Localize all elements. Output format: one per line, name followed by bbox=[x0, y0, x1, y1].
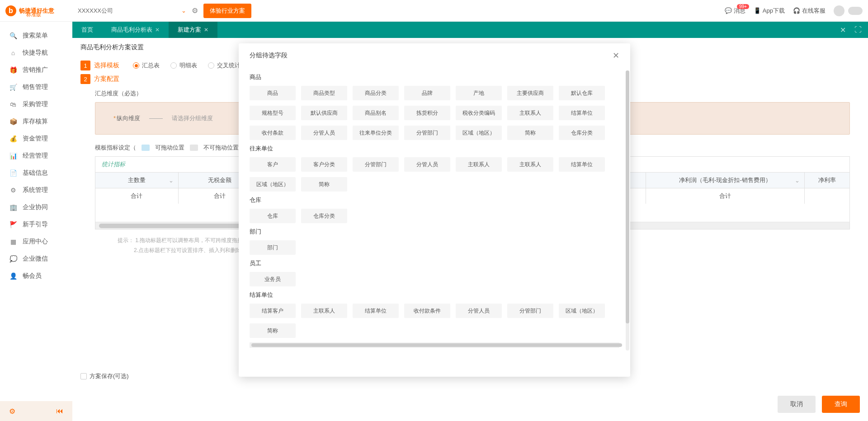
field-section: 员工业务员 bbox=[250, 259, 619, 286]
close-icon[interactable]: ✕ bbox=[613, 51, 619, 61]
field-section: 商品商品商品类型商品分类品牌产地主要供应商默认仓库规格型号默认供应商商品别名拣货… bbox=[250, 73, 619, 140]
field-chip[interactable]: 仓库 bbox=[250, 209, 296, 223]
field-chip[interactable]: 简称 bbox=[301, 177, 347, 192]
field-chip[interactable]: 客户分类 bbox=[301, 157, 347, 172]
chip-row: 仓库仓库分类 bbox=[250, 209, 619, 223]
horizontal-scrollbar[interactable] bbox=[250, 342, 619, 348]
field-chip[interactable]: 区域（地区） bbox=[456, 126, 502, 140]
field-chip[interactable]: 默认仓库 bbox=[559, 86, 605, 100]
field-chip[interactable]: 商品 bbox=[250, 86, 296, 100]
field-chip[interactable]: 往来单位分类 bbox=[353, 126, 399, 140]
field-section: 结算单位结算客户主联系人结算单位收付款条件分管人员分管部门区域（地区）简称 bbox=[250, 291, 619, 338]
field-chip[interactable]: 品牌 bbox=[404, 86, 450, 100]
field-chip[interactable]: 主联系人 bbox=[301, 304, 347, 318]
field-chip[interactable]: 主联系人 bbox=[507, 106, 553, 120]
field-chip[interactable]: 简称 bbox=[507, 126, 553, 140]
field-section: 往来单位客户客户分类分管部门分管人员主联系人主联系人结算单位区域（地区）简称 bbox=[250, 145, 619, 192]
section-title: 部门 bbox=[250, 228, 619, 236]
scrollbar-thumb[interactable] bbox=[626, 70, 629, 323]
field-chip[interactable]: 收付条款 bbox=[250, 126, 296, 140]
modal-header: 分组待选字段 ✕ bbox=[239, 43, 630, 68]
field-chip[interactable]: 产地 bbox=[456, 86, 502, 100]
field-chip[interactable]: 商品分类 bbox=[353, 86, 399, 100]
field-chip[interactable]: 业务员 bbox=[250, 272, 296, 286]
chip-row: 业务员 bbox=[250, 272, 619, 286]
field-section: 仓库仓库仓库分类 bbox=[250, 196, 619, 223]
section-title: 结算单位 bbox=[250, 291, 619, 299]
field-selector-modal: 分组待选字段 ✕ 商品商品商品类型商品分类品牌产地主要供应商默认仓库规格型号默认… bbox=[239, 43, 630, 377]
field-chip[interactable]: 默认供应商 bbox=[301, 106, 347, 120]
field-chip[interactable]: 主联系人 bbox=[456, 157, 502, 172]
field-chip[interactable]: 区域（地区） bbox=[559, 304, 605, 318]
field-chip[interactable]: 分管人员 bbox=[301, 126, 347, 140]
field-chip[interactable]: 仓库分类 bbox=[301, 209, 347, 223]
field-chip[interactable]: 结算单位 bbox=[353, 304, 399, 318]
field-section: 部门部门 bbox=[250, 228, 619, 255]
field-chip[interactable]: 仓库分类 bbox=[559, 126, 605, 140]
field-chip[interactable]: 客户 bbox=[250, 157, 296, 172]
field-chip[interactable]: 商品别名 bbox=[353, 106, 399, 120]
field-chip[interactable]: 结算单位 bbox=[559, 106, 605, 120]
field-chip[interactable]: 规格型号 bbox=[250, 106, 296, 120]
section-title: 仓库 bbox=[250, 196, 619, 204]
field-chip[interactable]: 分管部门 bbox=[353, 157, 399, 172]
field-chip[interactable]: 结算单位 bbox=[559, 157, 605, 172]
chip-row: 部门 bbox=[250, 240, 619, 255]
chip-row: 客户客户分类分管部门分管人员主联系人主联系人结算单位区域（地区）简称 bbox=[250, 157, 619, 192]
vertical-scrollbar[interactable] bbox=[626, 70, 629, 351]
field-chip[interactable]: 区域（地区） bbox=[250, 177, 296, 192]
field-chip[interactable]: 主联系人 bbox=[507, 157, 553, 172]
scrollbar-thumb[interactable] bbox=[251, 343, 622, 347]
field-chip[interactable]: 分管人员 bbox=[404, 157, 450, 172]
field-chip[interactable]: 分管部门 bbox=[404, 126, 450, 140]
modal-body: 商品商品商品类型商品分类品牌产地主要供应商默认仓库规格型号默认供应商商品别名拣货… bbox=[239, 68, 630, 377]
field-chip[interactable]: 分管人员 bbox=[456, 304, 502, 318]
section-title: 商品 bbox=[250, 73, 619, 81]
field-chip[interactable]: 结算客户 bbox=[250, 304, 296, 318]
field-chip[interactable]: 部门 bbox=[250, 240, 296, 255]
field-chip[interactable]: 税收分类编码 bbox=[456, 106, 502, 120]
field-chip[interactable]: 主要供应商 bbox=[507, 86, 553, 100]
chip-row: 商品商品类型商品分类品牌产地主要供应商默认仓库规格型号默认供应商商品别名拣货积分… bbox=[250, 86, 619, 140]
section-title: 往来单位 bbox=[250, 145, 619, 153]
field-chip[interactable]: 简称 bbox=[250, 323, 296, 338]
field-chip[interactable]: 商品类型 bbox=[301, 86, 347, 100]
chip-row: 结算客户主联系人结算单位收付款条件分管人员分管部门区域（地区）简称 bbox=[250, 304, 619, 338]
section-title: 员工 bbox=[250, 259, 619, 267]
field-chip[interactable]: 收付款条件 bbox=[404, 304, 450, 318]
field-chip[interactable]: 分管部门 bbox=[507, 304, 553, 318]
field-chip[interactable]: 拣货积分 bbox=[404, 106, 450, 120]
modal-title: 分组待选字段 bbox=[250, 51, 288, 60]
